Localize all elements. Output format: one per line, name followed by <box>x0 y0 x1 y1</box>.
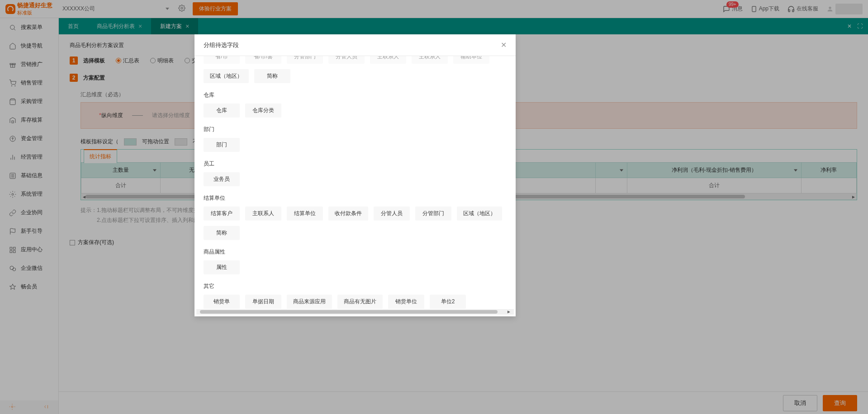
field-chip[interactable]: 简称 <box>204 226 240 240</box>
field-chip[interactable]: 主联系人 <box>412 56 448 64</box>
field-chip[interactable]: 区域（地区） <box>457 207 502 221</box>
field-chip[interactable]: 主联系人 <box>370 56 406 64</box>
field-selector-modal: 分组待选字段 ✕ 省/市 省/市/县 分管部门 分管人员 主联系人 主联系人 辅… <box>194 34 516 316</box>
field-chips: 仓库仓库分类 <box>204 104 507 118</box>
scroll-right-icon: ► <box>507 309 511 314</box>
field-chip[interactable]: 分管人员 <box>374 207 410 221</box>
field-chip[interactable]: 分管部门 <box>287 56 323 64</box>
field-row: 区域（地区） 简称 <box>204 69 507 83</box>
field-chip[interactable]: 属性 <box>204 260 240 274</box>
field-chip[interactable]: 主联系人 <box>245 207 281 221</box>
field-chips: 业务员 <box>204 172 507 186</box>
group-title: 仓库 <box>204 91 507 99</box>
field-group: 结算单位结算客户主联系人结算单位收付款条件分管人员分管部门区域（地区）简称 <box>204 194 507 240</box>
field-group: 仓库仓库仓库分类 <box>204 91 507 118</box>
group-title: 其它 <box>204 282 507 290</box>
field-chip[interactable]: 简称 <box>254 69 290 83</box>
field-chip[interactable]: 业务员 <box>204 172 240 186</box>
scroll-thumb[interactable] <box>200 310 498 314</box>
field-chip[interactable]: 结算单位 <box>287 207 323 221</box>
field-group: 部门部门 <box>204 126 507 152</box>
field-chip[interactable]: 省/市/县 <box>245 56 281 64</box>
modal-header: 分组待选字段 ✕ <box>194 34 516 56</box>
field-chips: 销货单单据日期商品来源应用商品有无图片销货单位单位2主计量制单人审核人出库人预计… <box>204 295 507 309</box>
field-chip[interactable]: 单据日期 <box>245 295 281 309</box>
field-chip[interactable]: 销货单位 <box>388 295 424 309</box>
field-chips: 部门 <box>204 138 507 152</box>
field-chip[interactable]: 部门 <box>204 138 240 152</box>
field-chip[interactable]: 分管人员 <box>328 56 365 64</box>
field-chip[interactable]: 辅助单位 <box>453 56 489 64</box>
modal-body[interactable]: 省/市 省/市/县 分管部门 分管人员 主联系人 主联系人 辅助单位 区域（地区… <box>194 56 516 309</box>
field-chip[interactable]: 分管部门 <box>415 207 451 221</box>
field-group: 商品属性属性 <box>204 248 507 274</box>
field-row-partial: 省/市 省/市/县 分管部门 分管人员 主联系人 主联系人 辅助单位 <box>204 56 507 64</box>
modal-title: 分组待选字段 <box>204 41 239 49</box>
field-chip[interactable]: 仓库分类 <box>245 104 281 118</box>
field-chip[interactable]: 结算客户 <box>204 207 240 221</box>
field-chip[interactable]: 商品来源应用 <box>287 295 332 309</box>
field-chip[interactable]: 销货单 <box>204 295 240 309</box>
field-chip[interactable]: 收付款条件 <box>328 207 368 221</box>
field-chips: 结算客户主联系人结算单位收付款条件分管人员分管部门区域（地区）简称 <box>204 207 507 240</box>
field-group: 员工业务员 <box>204 160 507 186</box>
field-chips: 属性 <box>204 260 507 274</box>
field-group: 其它销货单单据日期商品来源应用商品有无图片销货单位单位2主计量制单人审核人出库人… <box>204 282 507 309</box>
close-icon[interactable]: ✕ <box>501 41 507 49</box>
field-chip[interactable]: 仓库 <box>204 104 240 118</box>
field-chip[interactable]: 单位2 <box>430 295 466 309</box>
group-title: 商品属性 <box>204 248 507 256</box>
group-title: 结算单位 <box>204 194 507 202</box>
group-title: 员工 <box>204 160 507 168</box>
group-title: 部门 <box>204 126 507 133</box>
field-chip[interactable]: 省/市 <box>204 56 240 64</box>
field-chip[interactable]: 区域（地区） <box>204 69 249 83</box>
field-chip[interactable]: 商品有无图片 <box>337 295 383 309</box>
modal-horizontal-scrollbar[interactable]: ► <box>196 309 514 315</box>
